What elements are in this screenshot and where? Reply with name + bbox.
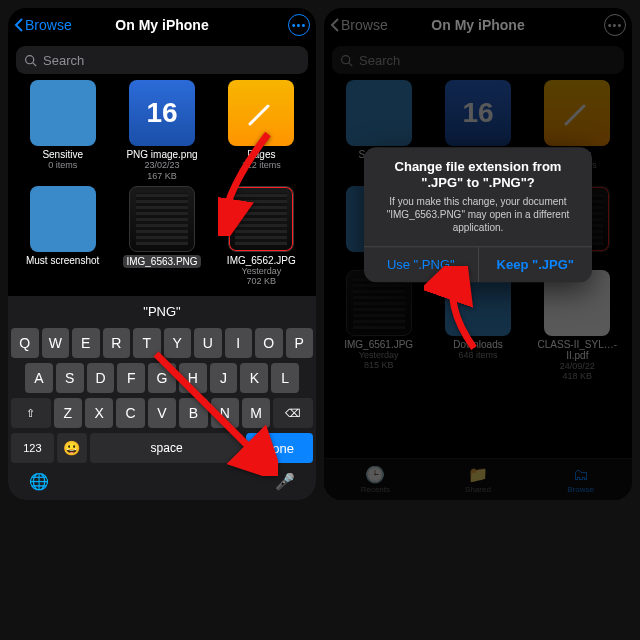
- back-button[interactable]: Browse: [330, 17, 388, 33]
- browse-icon: 🗂: [573, 466, 589, 484]
- file-img-6561[interactable]: IMG_6561.JPG Yesterday 815 KB: [330, 270, 427, 383]
- nav-bar: Browse On My iPhone •••: [8, 8, 316, 42]
- globe-icon[interactable]: 🌐: [29, 472, 49, 491]
- tab-recents[interactable]: 🕒 Recents: [324, 459, 427, 500]
- key-d[interactable]: D: [87, 363, 115, 393]
- alert-use-button[interactable]: Use ".PNG": [364, 247, 478, 282]
- kb-suggestion[interactable]: "PNG": [11, 302, 313, 323]
- key-shift[interactable]: ⇧: [11, 398, 51, 428]
- key-z[interactable]: Z: [54, 398, 82, 428]
- nav-bar: Browse On My iPhone •••: [324, 8, 632, 42]
- key-g[interactable]: G: [148, 363, 176, 393]
- mic-icon[interactable]: 🎤: [275, 472, 295, 491]
- back-button[interactable]: Browse: [14, 17, 72, 33]
- key-space[interactable]: space: [90, 433, 243, 463]
- folder-must-screenshot[interactable]: Must screenshot: [14, 186, 111, 288]
- key-t[interactable]: T: [133, 328, 161, 358]
- kb-row-3: ⇧ Z X C V B N M ⌫: [11, 398, 313, 428]
- pages-icon: [544, 80, 610, 146]
- svg-point-0: [26, 55, 34, 63]
- search-placeholder: Search: [43, 53, 84, 68]
- keyboard: "PNG" Q W E R T Y U I O P A S D F G H J: [8, 296, 316, 500]
- key-c[interactable]: C: [116, 398, 144, 428]
- file-img-6563[interactable]: IMG_6563.PNG: [113, 186, 210, 288]
- key-k[interactable]: K: [240, 363, 268, 393]
- tab-shared[interactable]: 📁 Shared: [427, 459, 530, 500]
- kb-row-1: Q W E R T Y U I O P: [11, 328, 313, 358]
- svg-point-2: [342, 55, 350, 63]
- key-x[interactable]: X: [85, 398, 113, 428]
- key-u[interactable]: U: [194, 328, 222, 358]
- key-b[interactable]: B: [179, 398, 207, 428]
- folder-pages[interactable]: Pages 112 items: [213, 80, 310, 182]
- key-f[interactable]: F: [117, 363, 145, 393]
- back-label: Browse: [25, 17, 72, 33]
- file-png-image[interactable]: 16 PNG image.png 23/02/23 167 KB: [113, 80, 210, 182]
- key-q[interactable]: Q: [11, 328, 39, 358]
- search-field[interactable]: Search: [332, 46, 624, 74]
- clock-icon: 🕒: [365, 465, 385, 484]
- filename-editing[interactable]: IMG_6563.PNG: [123, 255, 200, 268]
- more-icon[interactable]: •••: [604, 14, 626, 36]
- back-label: Browse: [341, 17, 388, 33]
- key-r[interactable]: R: [103, 328, 131, 358]
- tab-bar: 🕒 Recents 📁 Shared 🗂 Browse: [324, 458, 632, 500]
- key-j[interactable]: J: [210, 363, 238, 393]
- phone-left: Browse On My iPhone ••• Search Sensitive…: [8, 8, 316, 500]
- file-grid: Sensitive 0 items 16 PNG image.png 23/02…: [8, 80, 316, 296]
- svg-line-1: [33, 62, 36, 65]
- file-img-6562[interactable]: IMG_6562.JPG Yesterday 702 KB: [213, 186, 310, 288]
- key-l[interactable]: L: [271, 363, 299, 393]
- shared-icon: 📁: [468, 465, 488, 484]
- key-a[interactable]: A: [25, 363, 53, 393]
- pages-icon: [228, 80, 294, 146]
- key-p[interactable]: P: [286, 328, 314, 358]
- kb-row-4: 123 😀 space done: [11, 433, 313, 463]
- key-o[interactable]: O: [255, 328, 283, 358]
- folder-downloads[interactable]: Downloads 648 items: [429, 270, 526, 383]
- svg-line-3: [349, 62, 352, 65]
- search-icon: [24, 54, 37, 67]
- tab-browse[interactable]: 🗂 Browse: [529, 459, 632, 500]
- key-n[interactable]: N: [211, 398, 239, 428]
- key-i[interactable]: I: [225, 328, 253, 358]
- search-field[interactable]: Search: [16, 46, 308, 74]
- kb-row-2: A S D F G H J K L: [11, 363, 313, 393]
- file-class-pdf[interactable]: CLASS-II_SYL…-II.pdf 24/09/22 418 KB: [529, 270, 626, 383]
- alert-dialog: Change file extension from ".JPG" to ".P…: [364, 147, 592, 283]
- key-w[interactable]: W: [42, 328, 70, 358]
- alert-title: Change file extension from ".JPG" to ".P…: [364, 147, 592, 194]
- key-done[interactable]: done: [246, 433, 313, 463]
- key-backspace[interactable]: ⌫: [273, 398, 313, 428]
- alert-message: If you make this change, your document "…: [364, 193, 592, 246]
- key-e[interactable]: E: [72, 328, 100, 358]
- key-y[interactable]: Y: [164, 328, 192, 358]
- phone-right: Browse On My iPhone ••• Search Sensitive…: [324, 8, 632, 500]
- key-s[interactable]: S: [56, 363, 84, 393]
- key-m[interactable]: M: [242, 398, 270, 428]
- key-v[interactable]: V: [148, 398, 176, 428]
- search-placeholder: Search: [359, 53, 400, 68]
- more-icon[interactable]: •••: [288, 14, 310, 36]
- search-icon: [340, 54, 353, 67]
- key-123[interactable]: 123: [11, 433, 54, 463]
- alert-keep-button[interactable]: Keep ".JPG": [478, 247, 593, 282]
- key-h[interactable]: H: [179, 363, 207, 393]
- folder-sensitive[interactable]: Sensitive 0 items: [14, 80, 111, 182]
- kb-bottom-bar: 🌐 🎤: [11, 468, 313, 497]
- key-emoji[interactable]: 😀: [57, 433, 88, 463]
